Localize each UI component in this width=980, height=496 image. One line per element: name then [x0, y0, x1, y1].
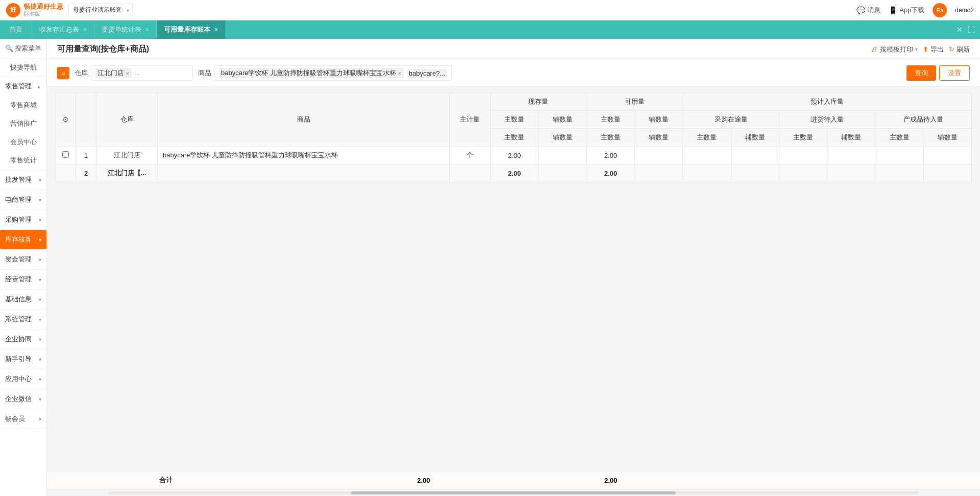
product-tag-1: babycare学饮杯 儿童防摔防撞吸管杯重力球吸嘴杯宝宝水杯 ×: [219, 68, 404, 78]
td-checkbox[interactable]: [56, 147, 76, 164]
tab-receipt-close[interactable]: ×: [83, 26, 87, 33]
product-filter-group: 商品 babycare学饮杯 儿童防摔防撞吸管杯重力球吸嘴杯宝宝水杯 × bab…: [198, 65, 452, 81]
footer-p3: [806, 476, 847, 485]
td-avail-main-2: 2.00: [586, 164, 634, 182]
product-tag-2: babycare?...: [407, 69, 448, 78]
export-button[interactable]: ⬆ 导出: [923, 45, 944, 54]
sidebar-wholesale-header[interactable]: 批发管理 ▾: [0, 170, 46, 190]
top-bar-left: 好 畅捷通好生意 标准版 母婴行业演示账套: [6, 3, 133, 17]
expand-button[interactable]: »: [57, 67, 69, 79]
sidebar-vip-header[interactable]: 畅会员 ▾: [0, 409, 46, 429]
wholesale-label: 批发管理: [5, 175, 32, 184]
sidebar-appstore-header[interactable]: 应用中心 ▾: [0, 369, 46, 389]
sidebar-retail-header[interactable]: 零售管理 ▲: [0, 77, 46, 96]
td-prod-main-2: [875, 164, 923, 182]
footer-bar: 合计 2.00 2.00: [47, 471, 980, 489]
page-header-actions: 🖨 按模板打印 ▾ ⬆ 导出 ↻ 刷新: [871, 45, 970, 54]
th-warehouse: 仓库: [96, 93, 158, 147]
table-row: 1 江北门店 babycare学饮杯 儿童防摔防撞吸管杯重力球吸嘴杯宝宝水杯 个…: [56, 147, 972, 164]
td-incoming-main-2: [779, 164, 827, 182]
td-no-1: 1: [76, 147, 96, 164]
warehouse-filter-group: 仓库 江北门店 × ...: [75, 65, 193, 81]
top-bar: 好 畅捷通好生意 标准版 母婴行业演示账套 💬 消息 📱 App下载 Ea de…: [0, 0, 980, 20]
td-prod-aux-2: [923, 164, 971, 182]
vip-arrow: ▾: [39, 416, 41, 422]
th-incoming-aux: 辅数量: [827, 129, 875, 147]
tab-order-label: 要货单统计表: [102, 25, 141, 34]
tab-available-stock[interactable]: 可用量库存账本 ×: [157, 20, 226, 39]
warehouse-tag-value: 江北门店: [97, 68, 124, 78]
sidebar-wechat-header[interactable]: 企业微信 ▾: [0, 389, 46, 409]
sidebar-search[interactable]: 🔍 搜索菜单: [0, 39, 46, 59]
sidebar-inventory-header[interactable]: 库存核算 ▾: [0, 230, 46, 249]
th-settings[interactable]: ⚙: [56, 93, 76, 147]
close-all-icon[interactable]: ✕: [957, 26, 963, 34]
tab-receipt-summary[interactable]: 收发存汇总表 ×: [32, 20, 94, 39]
print-button[interactable]: 🖨 按模板打印 ▾: [871, 45, 918, 54]
footer-p4: [847, 476, 888, 485]
settings-icon[interactable]: ⚙: [62, 115, 69, 124]
sidebar-section-purchase: 采购管理 ▾: [0, 210, 46, 230]
sidebar-purchase-header[interactable]: 采购管理 ▾: [0, 210, 46, 229]
page-header: 可用量查询(按仓库+商品) 🖨 按模板打印 ▾ ⬆ 导出 ↻ 刷新: [47, 39, 980, 60]
purchase-label: 采购管理: [5, 215, 32, 224]
tab-home[interactable]: 首页: [0, 20, 32, 39]
message-button[interactable]: 💬 消息: [856, 6, 880, 15]
sidebar-ecom-header[interactable]: 电商管理 ▾: [0, 190, 46, 209]
th-purchase-transit: 采购在途量: [683, 111, 779, 129]
footer-table: 合计 2.00 2.00: [57, 476, 970, 485]
tab-available-close[interactable]: ×: [214, 26, 218, 33]
sidebar-item-online-store[interactable]: 零售商城: [0, 96, 46, 114]
user-name[interactable]: demo2: [955, 7, 974, 14]
sidebar-item-marketing[interactable]: 营销推广: [0, 114, 46, 133]
scroll-track[interactable]: [108, 491, 919, 494]
row-checkbox[interactable]: [62, 151, 69, 158]
warehouse-remove-icon[interactable]: ×: [126, 69, 130, 77]
td-purch-aux-1: [731, 147, 779, 164]
th-planned-in: 预计入库量: [683, 93, 972, 111]
account-dropdown[interactable]: 母婴行业演示账套: [68, 4, 133, 16]
sidebar-item-retail-stats[interactable]: 零售统计: [0, 151, 46, 170]
app-download-button[interactable]: 📱 App下载: [889, 6, 924, 15]
content-area: 可用量查询(按仓库+商品) 🖨 按模板打印 ▾ ⬆ 导出 ↻ 刷新: [47, 39, 980, 496]
sidebar-item-member[interactable]: 会员中心: [0, 133, 46, 151]
td-no-2: 2: [76, 164, 96, 182]
brand-name: 畅捷通好生意: [23, 3, 63, 11]
query-button[interactable]: 查询: [906, 65, 936, 81]
tab-order-close[interactable]: ×: [145, 26, 149, 33]
scroll-thumb[interactable]: [351, 491, 675, 494]
sidebar-collab-header[interactable]: 企业协同 ▾: [0, 329, 46, 349]
product-tag-1-value: babycare学饮杯 儿童防摔防撞吸管杯重力球吸嘴杯宝宝水杯: [221, 68, 396, 78]
basic-label: 基础信息: [5, 295, 32, 304]
sidebar-section-wholesale: 批发管理 ▾: [0, 170, 46, 190]
refresh-button[interactable]: ↻ 刷新: [949, 45, 970, 54]
phone-icon: 📱: [889, 6, 897, 14]
sidebar-basic-header[interactable]: 基础信息 ▾: [0, 290, 46, 309]
retail-arrow: ▲: [36, 84, 41, 89]
tab-order-stats[interactable]: 要货单统计表 ×: [94, 20, 157, 39]
product-1-remove-icon[interactable]: ×: [398, 69, 402, 77]
td-unit-1: 个: [450, 147, 491, 164]
brand-sub: 标准版: [23, 11, 63, 17]
warehouse-more[interactable]: ...: [135, 69, 140, 77]
th-unit: 主计量: [450, 93, 491, 147]
sidebar-quick-nav[interactable]: 快捷导航: [0, 59, 46, 77]
message-icon: 💬: [856, 6, 865, 14]
sidebar-guide-header[interactable]: 新手引导 ▾: [0, 349, 46, 369]
tab-home-label: 首页: [9, 25, 22, 34]
settings-button[interactable]: 设置: [939, 65, 970, 81]
sidebar-ops-header[interactable]: 经营管理 ▾: [0, 270, 46, 289]
product-filter-input[interactable]: babycare学饮杯 儿童防摔防撞吸管杯重力球吸嘴杯宝宝水杯 × babyca…: [214, 65, 452, 81]
maximize-icon[interactable]: ⛶: [968, 26, 975, 34]
footer-p5: [888, 476, 929, 485]
tab-receipt-label: 收发存汇总表: [39, 25, 79, 34]
sidebar-finance-header[interactable]: 资金管理 ▾: [0, 250, 46, 269]
print-dropdown-icon: ▾: [915, 46, 918, 52]
wechat-label: 企业微信: [5, 394, 32, 404]
warehouse-filter-input[interactable]: 江北门店 × ...: [91, 65, 193, 81]
sidebar-section-inventory: 库存核算 ▾: [0, 230, 46, 250]
sidebar-system-header[interactable]: 系统管理 ▾: [0, 310, 46, 329]
td-avail-aux-2: [634, 164, 682, 182]
sidebar-section-retail: 零售管理 ▲ 零售商城 营销推广 会员中心 零售统计: [0, 77, 46, 170]
td-checkbox-2[interactable]: [56, 164, 76, 182]
